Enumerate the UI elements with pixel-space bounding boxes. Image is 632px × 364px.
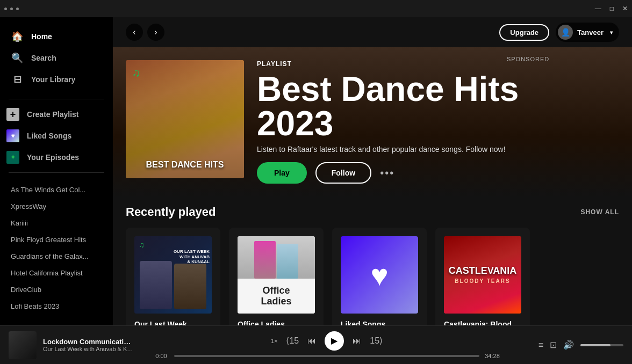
list-item[interactable]: Lofi Beats 2023 [0, 298, 113, 315]
card-our-last-week[interactable]: ♫ OUR LAST WEEKWITH ANUVAB& KUNAAL Our L… [126, 228, 220, 325]
spotify-logo-icon: ♫ [132, 67, 140, 79]
liked-songs-action[interactable]: ♥ Liked Songs [0, 125, 113, 147]
card-title: Our Last Week [134, 320, 212, 325]
player-thumb-image [9, 331, 37, 359]
office-card-content: OfficeLadies [238, 236, 315, 314]
user-menu-button[interactable]: 👤 Tanveer ▾ [556, 23, 619, 42]
title-bar-dot [16, 8, 19, 10]
card-castlevania[interactable]: CASTLEVANIA BLOODY TEARS Castlevania: Bl… [435, 228, 530, 325]
your-episodes-label: Your Episodes [27, 153, 79, 162]
skip-forward-15-button[interactable]: 15⟩ [370, 336, 383, 346]
create-playlist-action[interactable]: + Create Playlist [0, 104, 113, 125]
hero-sponsored: SPONSORED [507, 56, 549, 62]
sidebar-item-home-label: Home [31, 32, 52, 41]
maximize-button[interactable]: □ [610, 5, 614, 12]
podcast-bg: ♫ OUR LAST WEEKWITH ANUVAB& KUNAAL [134, 236, 212, 314]
more-options-button[interactable]: ••• [380, 167, 394, 179]
title-bar-dot [4, 8, 7, 10]
section-title: Recently played [126, 205, 216, 219]
close-button[interactable]: ✕ [622, 5, 628, 12]
skip-back-15-button[interactable]: ⟨15 [286, 336, 299, 346]
player-track-name: Lockdown Communication Breakdo... [43, 338, 134, 346]
title-bar-dots [4, 8, 19, 10]
list-item[interactable]: Hotel California Playlist [0, 265, 113, 281]
title-bar-dot [10, 8, 13, 10]
time-current: 0:00 [153, 353, 170, 359]
minimize-button[interactable]: — [595, 5, 601, 12]
player-bar: Lockdown Communication Breakdo... Our La… [0, 325, 632, 364]
top-bar-right: Upgrade 👤 Tanveer ▾ [499, 23, 619, 42]
sidebar-item-search-label: Search [31, 54, 56, 62]
cards-grid: ♫ OUR LAST WEEKWITH ANUVAB& KUNAAL Our L… [126, 228, 619, 325]
volume-bar[interactable] [580, 344, 623, 346]
next-button[interactable]: ⏭ [353, 336, 361, 346]
card-title: Office Ladies [238, 320, 315, 325]
card-office-ladies[interactable]: OfficeLadies Office Ladies Podcast [229, 228, 324, 325]
recently-played-section: Recently played Show all ♫ OUR LAST WEEK… [113, 196, 632, 325]
list-item[interactable]: Pink Floyd Greatest Hits [0, 231, 113, 248]
castlevania-content: CASTLEVANIA BLOODY TEARS [444, 236, 521, 314]
time-total: 34:28 [484, 353, 501, 359]
castlevania-subtitle-text: BLOODY TEARS [455, 278, 510, 284]
main-content: ‹ › Upgrade 👤 Tanveer ▾ ♫ BEST DANCE HIT… [113, 17, 632, 325]
user-chevron-icon: ▾ [610, 30, 613, 35]
hero-description: Listen to Raftaar's latest track and oth… [257, 145, 549, 154]
sidebar-item-search[interactable]: 🔍 Search [4, 47, 109, 69]
speed-button[interactable]: 1× [271, 338, 278, 344]
sidebar-nav: 🏠 Home 🔍 Search ⊟ Your Library [0, 17, 113, 94]
hero-tag: PLAYLIST [257, 60, 292, 68]
forward-button[interactable]: › [147, 24, 164, 41]
player-controls: 1× ⟨15 ⏮ ▶ ⏭ 15⟩ 0:00 34:28 [153, 331, 501, 359]
card-liked-songs[interactable]: ♥ Liked Songs Playlist [332, 228, 427, 325]
home-icon: 🏠 [11, 30, 24, 43]
hero-title-line1: Best Dance Hits [257, 70, 519, 108]
list-item[interactable]: XpressWay [0, 198, 113, 215]
show-all-button[interactable]: Show all [580, 208, 619, 216]
hero-section: ♫ BEST DANCE HITS PLAYLIST SPONSORED Bes… [113, 47, 632, 196]
hero-info: PLAYLIST SPONSORED Best Dance Hits 2023 … [257, 60, 549, 184]
host-figure-2 [174, 264, 206, 309]
back-button[interactable]: ‹ [126, 24, 143, 41]
sidebar-item-home[interactable]: 🏠 Home [4, 26, 109, 47]
list-item[interactable]: Guardians of the Galax... [0, 248, 113, 265]
liked-songs-label: Liked Songs [27, 132, 71, 140]
upgrade-button[interactable]: Upgrade [499, 24, 549, 41]
progress-row: 0:00 34:28 [153, 353, 501, 359]
player-thumbnail [9, 331, 37, 359]
list-item[interactable]: DriveClub [0, 281, 113, 298]
your-episodes-action[interactable]: ✦ Your Episodes [0, 147, 113, 168]
play-button[interactable]: Play [257, 162, 307, 184]
create-playlist-label: Create Playlist [27, 110, 79, 119]
sidebar-item-library[interactable]: ⊟ Your Library [4, 69, 109, 90]
user-name-label: Tanveer [577, 28, 604, 37]
progress-bar[interactable] [174, 355, 479, 357]
card-title: Castlevania: Bloody Tears [444, 320, 521, 325]
list-item[interactable]: As The Winds Get Col... [0, 181, 113, 198]
queue-button[interactable]: ≡ [538, 340, 543, 350]
hero-playlist-image: ♫ BEST DANCE HITS [126, 60, 244, 178]
playlist-list: As The Winds Get Col... XpressWay Kariii… [0, 177, 113, 319]
liked-songs-icon: ♥ [6, 129, 19, 142]
volume-button[interactable]: 🔊 [563, 340, 574, 350]
spotify-mini-icon: ♫ [139, 241, 145, 249]
top-bar: ‹ › Upgrade 👤 Tanveer ▾ [113, 17, 632, 47]
card-image-podcast: ♫ OUR LAST WEEKWITH ANUVAB& KUNAAL [134, 236, 212, 314]
play-pause-button[interactable]: ▶ [325, 331, 344, 351]
title-bar: — □ ✕ [0, 0, 632, 17]
search-icon: 🔍 [11, 52, 24, 64]
section-header: Recently played Show all [126, 205, 619, 219]
player-track-artist: Our Last Week with Anuvab & Kunaal (Engl… [43, 346, 134, 352]
your-episodes-icon: ✦ [6, 151, 19, 164]
sidebar-divider-2 [9, 172, 104, 173]
user-avatar: 👤 [558, 25, 573, 40]
list-item[interactable]: Kariiii [0, 215, 113, 231]
player-track-info: Lockdown Communication Breakdo... Our La… [9, 331, 148, 359]
sidebar-item-library-label: Your Library [31, 75, 75, 84]
follow-button[interactable]: Follow [315, 162, 371, 184]
devices-button[interactable]: ⊡ [550, 340, 557, 350]
previous-button[interactable]: ⏮ [307, 336, 316, 346]
create-playlist-icon: + [6, 108, 19, 121]
card-title: Liked Songs [341, 320, 418, 325]
app-body: 🏠 Home 🔍 Search ⊟ Your Library + Create … [0, 17, 632, 325]
library-icon: ⊟ [11, 73, 24, 86]
